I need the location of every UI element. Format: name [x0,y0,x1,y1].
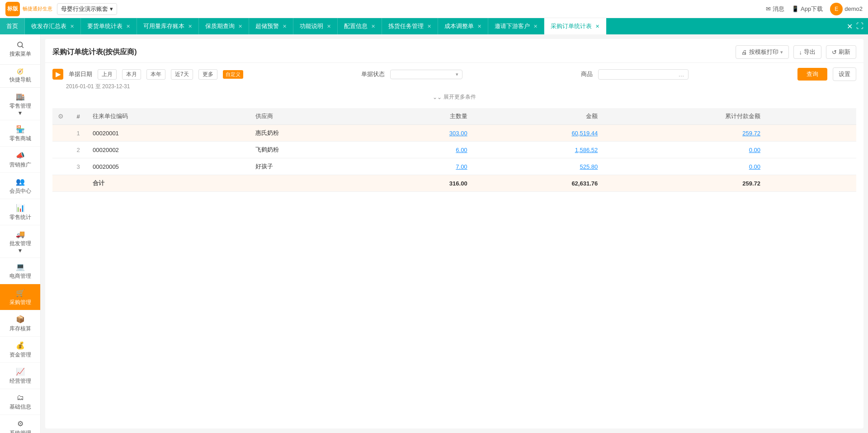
sidebar-item-dianshang[interactable]: 💻 电商管理 [0,258,40,284]
sidebar-item-jingying[interactable]: 📈 经营管理 [0,363,40,389]
column-settings-icon[interactable]: ⚙ [58,113,64,120]
col-index: # [69,108,87,125]
search-menu-button[interactable]: 搜索菜单 [4,39,37,60]
tab-peizhi[interactable]: 配置信息 ✕ [338,18,382,34]
tab-close-icon[interactable]: ✕ [238,24,242,29]
row-paid-amount[interactable]: 0.00 [603,142,766,158]
tab-close-icon[interactable]: ✕ [427,24,431,29]
row-amount[interactable]: 60,519.44 [473,125,604,142]
nav-tabs: 首页 收发存汇总表 ✕ 要货单统计表 ✕ 可用量库存账本 ✕ 保质期查询 ✕ 超… [0,18,868,34]
col-paid-amount: 累计付款金额 [603,108,766,125]
export-button[interactable]: ↓ 导出 [793,45,822,59]
sidebar-item-xitong[interactable]: ⚙ 系统管理 [0,415,40,433]
date-quick-more[interactable]: 更多 [198,69,217,80]
filter-expand-button[interactable]: ▶ [52,69,63,80]
row-amount[interactable]: 525.80 [473,158,604,175]
date-quick-this-month[interactable]: 本月 [122,69,141,80]
tab-caigoutongji[interactable]: 采购订单统计表 ✕ [544,18,606,34]
tab-chaoyujing[interactable]: 超储预警 ✕ [249,18,293,34]
tab-chengbentiaozhen[interactable]: 成本调整单 ✕ [438,18,488,34]
status-chevron-icon: ▾ [456,71,458,77]
date-quick-this-year[interactable]: 本年 [146,69,165,80]
row-unit-code: 00020001 [87,125,250,142]
tab-close-icon[interactable]: ✕ [371,24,375,29]
date-quick-last-month[interactable]: 上月 [98,69,117,80]
workspace-selector[interactable]: 母婴行业演示账套 ▾ [57,3,117,15]
tab-baozhiqi[interactable]: 保质期查询 ✕ [199,18,249,34]
tab-close-icon[interactable]: ✕ [533,24,538,29]
row-paid-amount[interactable]: 259.72 [603,125,766,142]
sidebar-item-pifaguan[interactable]: 🚚 批发管理 ▼ [0,225,40,258]
row-main-qty[interactable]: 7.00 [371,158,473,175]
tab-shoufahuizong[interactable]: 收发存汇总表 ✕ [25,18,81,34]
row-settings-cell [52,142,69,158]
sidebar-item-lingshouguan[interactable]: 🏬 零售管理 ▼ [0,88,40,120]
tab-close-icon[interactable]: ✕ [477,24,481,29]
data-table: ⚙ # 往来单位编码 供应商 主数量 金额 累计付款金额 [52,108,856,192]
footer-paid: 259.72 [603,175,766,192]
quick-nav-button[interactable]: 🧭 快捷导航 [0,65,40,88]
tab-gongneng[interactable]: 功能说明 ✕ [293,18,338,34]
sidebar-item-caigouguan[interactable]: 🛒 采购管理 [0,284,40,310]
user-name: demo2 [844,5,863,12]
sidebar-item-zijin[interactable]: 💰 资金管理 [0,337,40,363]
user-area[interactable]: E demo2 [830,3,863,15]
row-paid-amount[interactable]: 0.00 [603,158,766,175]
tab-label: 收发存汇总表 [31,22,66,30]
row-settings-cell [52,125,69,142]
expand-more-label: 展开更多条件 [443,93,476,101]
sidebar-item-jichu[interactable]: 🗂 基础信息 [0,389,40,415]
tab-home[interactable]: 首页 [0,18,25,34]
close-tab-icon[interactable]: ✕ [847,22,853,31]
row-main-qty[interactable]: 303.00 [371,125,473,142]
tab-close-icon[interactable]: ✕ [283,24,287,29]
filter-bar: ▶ 单据日期 上月 本月 本年 近7天 更多 自定义 单据状态 ▾ 商品 [45,63,863,108]
tab-close-icon[interactable]: ✕ [327,24,331,29]
message-button[interactable]: ✉ 消息 [766,5,784,13]
top-bar: 标版 畅捷通好生意 母婴行业演示账套 ▾ ✉ 消息 📱 App下载 E demo… [0,0,868,18]
fullscreen-icon[interactable]: ⛶ [856,22,863,30]
tab-close-icon[interactable]: ✕ [70,24,74,29]
tab-label: 邀请下游客户 [495,22,530,30]
refresh-label: 刷新 [839,48,850,56]
footer-main-qty: 316.00 [371,175,473,192]
goods-filter-label: 商品 [581,70,593,78]
system-icon: ⚙ [17,419,24,428]
tab-close-icon[interactable]: ✕ [126,24,130,29]
settings-button[interactable]: 设置 [833,67,856,81]
status-filter-select[interactable]: ▾ [390,70,462,79]
goods-filter-input[interactable]: … [598,69,689,80]
tab-yaohuodan[interactable]: 要货单统计表 ✕ [81,18,137,34]
sidebar-item-huiyuan[interactable]: 👥 会员中心 [0,173,40,199]
avatar: E [830,3,843,15]
tab-close-icon[interactable]: ✕ [595,24,599,29]
refresh-button[interactable]: ↺ 刷新 [826,45,856,59]
query-button[interactable]: 查询 [797,68,827,81]
date-quick-7days[interactable]: 近7天 [171,69,193,80]
sidebar-item-yingxiao[interactable]: 📣 营销推广 [0,147,40,173]
sidebar-item-lingshoutongji[interactable]: 📊 零售统计 [0,199,40,225]
tab-keyongliang[interactable]: 可用量库存账本 ✕ [137,18,199,34]
sidebar-item-kucunhe[interactable]: 📦 库存核算 [0,310,40,337]
tab-yaoqingxiayou[interactable]: 邀请下游客户 ✕ [488,18,544,34]
row-main-qty[interactable]: 6.00 [371,142,473,158]
tab-label: 成本调整单 [444,22,474,30]
quick-nav-label: 快捷导航 [9,76,31,84]
row-amount[interactable]: 1,586.52 [473,142,604,158]
top-bar-left: 标版 畅捷通好生意 母婴行业演示账套 ▾ [5,2,117,16]
sidebar-item-lingshoushangcheng[interactable]: 🏪 零售商城 [0,120,40,147]
col-main-qty: 主数量 [371,108,473,125]
tab-close-icon[interactable]: ✕ [188,24,192,29]
message-label: 消息 [773,5,784,13]
print-chevron-icon: ▾ [780,49,783,55]
tab-paihuorenwu[interactable]: 拣货任务管理 ✕ [382,18,438,34]
member-icon: 👥 [16,177,25,186]
goods-more-icon[interactable]: … [679,71,684,78]
row-index: 1 [69,125,87,142]
app-download-label: App下载 [801,5,823,13]
compass-icon: 🧭 [17,68,24,75]
print-button[interactable]: 🖨 按模板打印 ▾ [736,45,789,59]
row-supplier: 好孩子 [250,158,371,175]
app-download-button[interactable]: 📱 App下载 [792,5,823,13]
expand-more-button[interactable]: ⌄⌄ 展开更多条件 [52,90,856,104]
